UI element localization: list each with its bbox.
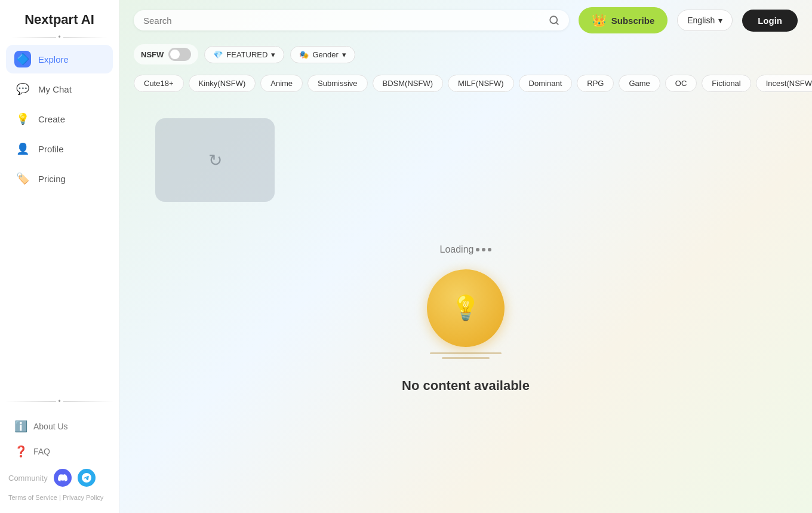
footer-separator: | xyxy=(59,494,61,501)
subscribe-button[interactable]: 👑 Subscribe xyxy=(579,7,668,33)
gender-chevron-icon: ▾ xyxy=(342,50,346,59)
sidebar-item-profile-label: Profile xyxy=(38,144,64,154)
terms-link[interactable]: Terms of Service xyxy=(8,494,57,501)
search-button[interactable] xyxy=(549,15,559,26)
login-button[interactable]: Login xyxy=(742,10,798,32)
chevron-down-icon: ▾ xyxy=(718,16,722,25)
community-label: Community xyxy=(8,474,48,483)
dot-3 xyxy=(488,248,491,251)
sidebar-item-profile[interactable]: 👤 Profile xyxy=(6,134,113,163)
tag-bdsm-nsfw[interactable]: BDSM(NSFW) xyxy=(373,75,444,92)
gender-icon: 🎭 xyxy=(299,50,309,59)
bulb-lines xyxy=(430,352,502,359)
community-section: Community xyxy=(0,463,119,489)
privacy-link[interactable]: Privacy Policy xyxy=(63,494,103,501)
tags-bar: Cute18+ Kinky(NSFW) Anime Submissive BDS… xyxy=(119,70,812,100)
featured-chevron-icon: ▾ xyxy=(271,50,275,59)
nsfw-toggle[interactable]: NSFW xyxy=(134,44,198,64)
loading-text: Loading xyxy=(440,244,492,255)
sidebar-item-pricing-label: Pricing xyxy=(38,174,66,184)
gender-label: Gender xyxy=(312,50,338,59)
sidebar-bottom: ℹ️ About Us ❓ FAQ xyxy=(0,409,119,463)
main-content: 👑 Subscribe English ▾ Login NSFW 💎 FEATU… xyxy=(119,0,812,513)
explore-icon: 🔷 xyxy=(14,51,31,67)
dot-2 xyxy=(482,248,485,251)
header: 👑 Subscribe English ▾ Login xyxy=(119,0,812,41)
tag-fictional[interactable]: Fictional xyxy=(702,75,751,92)
no-content-text: No content available xyxy=(402,378,530,394)
faq-icon: ❓ xyxy=(14,445,27,458)
tag-milf-nsfw[interactable]: MILF(NSFW) xyxy=(448,75,514,92)
sidebar-item-create-label: Create xyxy=(38,114,65,124)
subscribe-label: Subscribe xyxy=(611,16,655,26)
featured-filter-button[interactable]: 💎 FEATURED ▾ xyxy=(204,46,284,63)
sidebar-item-faq-label: FAQ xyxy=(33,447,50,456)
about-us-icon: ℹ️ xyxy=(14,420,27,433)
sidebar-item-explore[interactable]: 🔷 Explore xyxy=(6,45,113,73)
sidebar-item-pricing[interactable]: 🏷️ Pricing xyxy=(6,164,113,193)
sidebar-item-faq[interactable]: ❓ FAQ xyxy=(8,440,110,463)
no-content-section: Loading 💡 No content available xyxy=(402,244,530,394)
discord-icon[interactable] xyxy=(54,469,72,487)
sidebar-item-about-us-label: About Us xyxy=(33,422,68,431)
language-button[interactable]: English ▾ xyxy=(677,10,733,31)
featured-label: FEATURED xyxy=(226,50,267,59)
tag-kinky-nsfw[interactable]: Kinky(NSFW) xyxy=(189,75,256,92)
search-bar xyxy=(134,10,569,30)
filter-bar: NSFW 💎 FEATURED ▾ 🎭 Gender ▾ xyxy=(119,41,812,70)
tag-cute18[interactable]: Cute18+ xyxy=(134,75,184,92)
pricing-icon: 🏷️ xyxy=(14,170,31,187)
dot-1 xyxy=(476,248,479,251)
sidebar-item-my-chat-label: My Chat xyxy=(38,84,72,94)
tag-dominant[interactable]: Dominant xyxy=(519,75,573,92)
crown-icon: 👑 xyxy=(592,13,607,27)
sidebar-divider-bottom xyxy=(6,401,113,402)
bulb-illustration: 💡 xyxy=(427,269,505,347)
bulb-line-1 xyxy=(430,352,502,354)
sidebar-item-about-us[interactable]: ℹ️ About Us xyxy=(8,415,110,438)
featured-icon: 💎 xyxy=(213,50,223,59)
loading-spinner-icon: ↻ xyxy=(208,150,222,170)
sidebar: Nextpart AI 🔷 Explore 💬 My Chat 💡 Create… xyxy=(0,0,119,513)
bulb-circle: 💡 xyxy=(427,269,505,347)
sidebar-divider-top xyxy=(12,37,107,38)
login-label: Login xyxy=(758,16,782,26)
telegram-icon[interactable] xyxy=(78,469,96,487)
sidebar-item-create[interactable]: 💡 Create xyxy=(6,105,113,133)
footer-links: Terms of Service | Privacy Policy xyxy=(0,489,119,503)
nsfw-label: NSFW xyxy=(141,50,164,59)
svg-line-1 xyxy=(556,22,558,24)
my-chat-icon: 💬 xyxy=(14,81,31,97)
tag-game[interactable]: Game xyxy=(619,75,660,92)
loading-label: Loading xyxy=(440,244,474,255)
create-icon: 💡 xyxy=(14,110,31,127)
tag-submissive[interactable]: Submissive xyxy=(307,75,367,92)
sidebar-item-my-chat[interactable]: 💬 My Chat xyxy=(6,75,113,103)
search-input[interactable] xyxy=(143,16,543,26)
language-label: English xyxy=(687,16,715,25)
bulb-line-2 xyxy=(442,357,490,359)
tag-oc[interactable]: OC xyxy=(665,75,697,92)
sidebar-nav: 🔷 Explore 💬 My Chat 💡 Create 👤 Profile 🏷… xyxy=(0,45,119,397)
loading-card: ↻ xyxy=(155,118,275,202)
nsfw-switch[interactable] xyxy=(168,48,191,61)
sidebar-item-explore-label: Explore xyxy=(38,54,69,64)
tag-rpg[interactable]: RPG xyxy=(577,75,614,92)
tag-anime[interactable]: Anime xyxy=(260,75,303,92)
tag-incest-nsfw[interactable]: Incest(NSFW) xyxy=(756,75,812,92)
content-area: ↻ Loading 💡 No content available xyxy=(119,100,812,513)
profile-icon: 👤 xyxy=(14,140,31,157)
gender-filter-button[interactable]: 🎭 Gender ▾ xyxy=(290,46,355,63)
